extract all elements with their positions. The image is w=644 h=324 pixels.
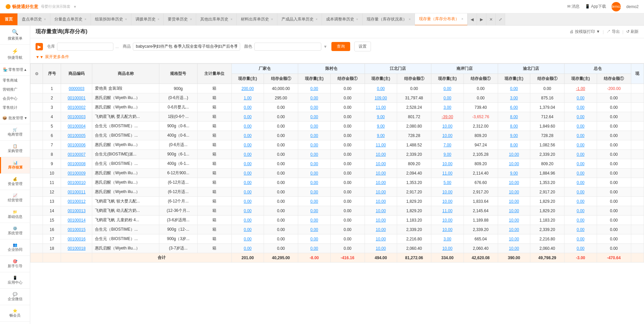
expand-icon: ▼▼ [36,55,44,59]
goods-input[interactable] [133,43,240,51]
table-wrap[interactable]: ⚙ 序号 商品编码 商品名称 规格型号 主计量单位 厂家仓 陈村仓 江北门店 南… [30,63,644,324]
top-bar-left: 🟠 畅捷通好生意 母婴行业演示陈套 ▼ [5,4,77,10]
tab-qita[interactable]: 其他出库单历史 × [196,13,237,26]
color-label: 颜色 [244,44,252,49]
logo-icon: 🟠 [5,4,11,9]
tab-pandian[interactable]: 盘点单历史 × [18,13,50,26]
col-settings[interactable]: ⚙ [31,64,43,84]
filter-row-1: ▶ 仓库 ... 商品 颜色 ▼ 查询 设置 [36,42,639,51]
tab-home[interactable]: 首页 [0,13,18,26]
tab-cailiao[interactable]: 材料出库单历史 × [237,13,277,26]
sidebar-item-ecom[interactable]: 🛒 电商管理 [0,124,30,141]
tab-diaob[interactable]: 调拨单历史 × [131,13,164,26]
tab-chengben[interactable]: 成本调整单历史 × [322,13,363,26]
apps-icon: 📱 [1,276,29,280]
summary-row: 合计201.0040,295.00-8.00-416.16494.0081,27… [31,253,644,263]
tab-close-kucun-dist[interactable]: × [461,17,463,21]
col-jb-amt: 结存金额① [397,74,431,84]
refresh-btn[interactable]: ↺ 刷新 [626,29,639,35]
message-btn[interactable]: ✉ 消息 [567,4,580,9]
settings-btn[interactable]: 设置 [354,42,371,51]
sidebar-item-changhui[interactable]: ⭐ 畅会员 [0,305,30,322]
tab-kucun-status[interactable]: 现存量（库存状况表） × [363,13,415,26]
inventory-icon: 📊 [2,160,29,165]
tab-close-yaohuo[interactable]: × [190,17,192,21]
sidebar-item-inventory[interactable]: 📊 库存核算 [0,157,30,174]
wechat-icon: 💬 [1,292,29,296]
query-btn[interactable]: 查询 [331,42,350,51]
table-row: 1400100013飞鹤星飞帆 幼儿配方奶...(12-36个月...箱0.00… [31,206,644,216]
basic-icon: 📁 [1,210,29,214]
tab-chengpin[interactable]: 产成品入库单历史 × [277,13,322,26]
sidebar-item-collab[interactable]: 👥 企业协同 [0,239,30,256]
tab-close-pandian[interactable]: × [44,17,46,21]
color-input[interactable] [254,43,321,51]
table-row: 500100004合生元（BIOSTIME）...900g（0-6...箱0.0… [31,122,644,131]
tab-close-chengpin[interactable]: × [316,17,318,21]
sidebar-item-search[interactable]: 🔍 搜索英单 [0,26,30,45]
sidebar-item-guide[interactable]: 🎯 新手引导 [0,256,30,272]
sidebar-item-basic[interactable]: 📁 基础信息 [0,206,30,223]
filter-bar: ▶ 仓库 ... 商品 颜色 ▼ 查询 设置 [30,38,644,63]
tab-kucun-dist[interactable]: 现存量（库存分布表） × [415,13,468,26]
sidebar-item-nav[interactable]: ⚡ 快捷导航 [0,45,30,64]
sidebar-item-wholesale[interactable]: 📦 批发管理 ▼ [0,112,30,124]
tab-nav-close-all[interactable]: ✕ [486,13,496,26]
table-row: 200100001惠氏启醒（Wyeth illu...）(0-6月适...)箱1… [31,93,644,103]
sidebar-item-retail[interactable]: 🏪 零售管理 ▲ [0,64,30,76]
warehouse-ellipsis[interactable]: ... [115,44,119,49]
tab-close-chengben[interactable]: × [356,17,358,21]
tab-close-diaob[interactable]: × [158,17,160,21]
table-row: 900100008合生元（BIOSTIME）...400g（6-1...箱0.0… [31,159,644,169]
refresh-icon: ↺ [626,29,630,34]
filter-toggle-btn[interactable]: ▶ [36,43,43,50]
inventory-table: ⚙ 序号 商品编码 商品名称 规格型号 主计量单位 厂家仓 陈村仓 江北门店 南… [30,63,644,263]
col-group-na: 南岸门店 [431,64,498,74]
guide-icon: 🎯 [1,259,29,264]
sidebar-item-retail-stat[interactable]: 零售统计 [0,103,30,112]
col-group-cc: 陈村仓 [298,64,365,74]
dropdown-icon[interactable]: ▼ [73,5,77,9]
sidebar-item-shop[interactable]: 零售商城 [0,76,30,85]
table-row: 1800100018惠氏启醒（Wyeth illu...）(3-7岁适...箱0… [31,244,644,253]
tab-zuhe[interactable]: 组装拆卸单历史 × [91,13,131,26]
table-row: 1600100015合生元（BIOSTIME）...900g（12-...箱0.… [31,225,644,234]
sidebar-item-system[interactable]: ⚙️ 系统管理 [0,223,30,239]
tab-close-zuhe[interactable]: × [125,17,127,21]
user-avatar[interactable]: demo2 [611,2,621,11]
col-group-jb: 江北门店 [365,64,431,74]
sidebar-item-apps[interactable]: 📱 应用中心 [0,272,30,289]
nav-icon: ⚡ [1,48,29,54]
expand-row: ▼▼ 展开更多条件 [36,54,639,60]
col-group-cy: 厂家仓 [231,64,298,74]
sidebar: 🔍 搜索英单 ⚡ 快捷导航 🏪 零售管理 ▲ 零售商城 营销推广 会员中心 零售… [0,26,30,324]
tab-close-fenpan[interactable]: × [85,17,87,21]
retail-icon: 🏪 [3,67,8,72]
col-name: 商品名称 [92,64,159,84]
warehouse-label: 仓库 [47,44,55,49]
expand-btn[interactable]: ▼▼ 展开更多条件 [36,54,639,60]
col-unit: 主计量单位 [197,64,231,84]
tab-close-cailiao[interactable]: × [271,17,273,21]
tab-yaohuo[interactable]: 要货单历史 × [164,13,196,26]
sidebar-item-wechat[interactable]: 💬 企业微信 [0,289,30,305]
settings-icon[interactable]: ⚙ [35,72,39,76]
tab-nav-next[interactable]: ▶ [477,13,486,26]
sidebar-item-marketing[interactable]: 营销推广 [0,85,30,94]
sidebar-item-member[interactable]: 会员中心 [0,94,30,103]
tab-close-qita[interactable]: × [230,17,232,21]
app-download-btn[interactable]: 📱 App下载 [585,4,606,9]
tab-nav-prev[interactable]: ◀ [468,13,477,26]
print-btn[interactable]: 🖨 按模版打印 ▼ [570,29,600,35]
col-na-qty: 现存量(主) [431,74,464,84]
warehouse-input[interactable] [57,43,113,51]
sidebar-item-operations[interactable]: 📈 经营管理 [0,190,30,206]
export-btn[interactable]: ↗ 导出 [606,29,620,35]
sidebar-item-finance[interactable]: 💰 资金管理 [0,174,30,190]
tab-fenpan[interactable]: 分量盘点单历史 × [50,13,91,26]
tab-nav-expand[interactable]: ⤢ [496,13,505,26]
color-dropdown-icon[interactable]: ▼ [323,44,327,49]
table-row: 1500100014飞鹤星飞帆 儿童奶粉 4...(3-6岁适用...箱0.00… [31,216,644,225]
sidebar-item-purchase[interactable]: 📋 采购管理 [0,141,30,157]
tab-close-kucun-status[interactable]: × [409,17,411,21]
